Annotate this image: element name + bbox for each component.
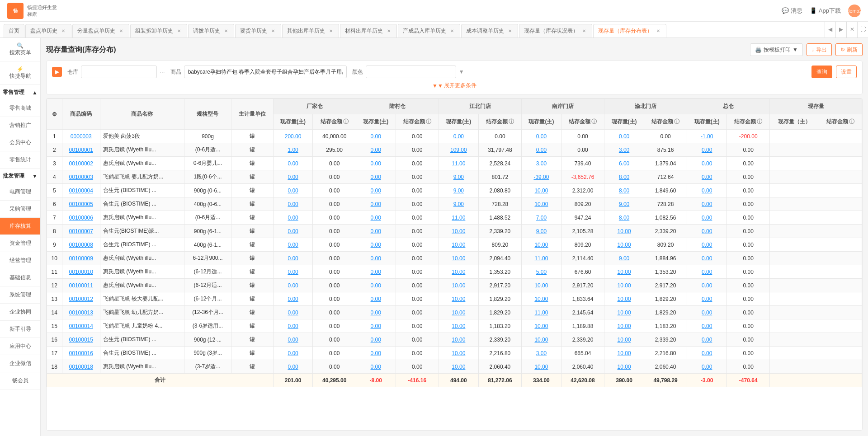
print-btn[interactable]: 🖨️ 按模板打印 ▼ — [750, 43, 803, 56]
cell-unit: 罐 — [231, 130, 273, 143]
cell-spec: (12-36个月... — [184, 306, 231, 319]
cell-jb-amt: 2,060.40 — [478, 360, 521, 374]
sidebar-search[interactable]: 🔍 搜索英单 — [0, 38, 40, 61]
query-btn[interactable]: 查询 — [811, 66, 832, 78]
expand-conditions-btn[interactable]: ▼▼ 展开更多条件 — [432, 82, 476, 89]
sidebar-member2[interactable]: 畅会员 — [0, 372, 40, 389]
color-dropdown-icon[interactable]: ▼ — [459, 69, 464, 75]
sidebar-ecommerce[interactable]: 电商管理 — [0, 183, 40, 201]
sidebar-marketing[interactable]: 营销推广 — [0, 117, 40, 134]
cell-code: 00100013 — [62, 306, 100, 319]
tab-close-bundle[interactable]: ✕ — [176, 28, 182, 34]
tab-close-dist-active[interactable]: ✕ — [655, 28, 661, 34]
tab-stock-dist[interactable]: 现存量（库存分布表） ✕ — [593, 24, 666, 38]
info-icon-l[interactable]: ⓘ — [426, 118, 431, 125]
tab-close-all-btn[interactable]: ✕ — [846, 22, 857, 38]
info-icon-yb[interactable]: ⓘ — [674, 118, 679, 125]
tab-close-req[interactable]: ✕ — [270, 28, 276, 34]
setting-btn[interactable]: 设置 — [836, 66, 857, 78]
tab-close-transfer[interactable]: ✕ — [223, 28, 229, 34]
cell-name: 合生元 (BIOSTIME) ... — [100, 238, 184, 252]
cell-code: 00100006 — [62, 211, 100, 225]
tab-prev-btn[interactable]: ◀ — [825, 22, 835, 38]
col-extra-amt: 结存金额ⓘ — [819, 114, 862, 130]
cell-no: 10 — [47, 252, 62, 265]
cell-yb-amt: 809.20 — [644, 238, 687, 252]
sidebar-basics[interactable]: 基础信息 — [0, 269, 40, 286]
table-row: 16 00100015 合生元 (BIOSTIME) ... 900g (12-… — [47, 333, 862, 347]
tab-bundle[interactable]: 组装拆卸单历史 ✕ — [130, 24, 187, 38]
sidebar-operations[interactable]: 经营管理 — [0, 252, 40, 269]
sidebar-retail-mgmt[interactable]: 零售管理 ▲ — [0, 85, 40, 100]
product-input[interactable] — [184, 66, 347, 78]
sidebar-nav[interactable]: ⚡ 快捷导航 — [0, 61, 40, 85]
table-row: 7 00100006 惠氏启赋 (Wyeth illu... (0-6月适...… — [47, 211, 862, 225]
refresh-btn[interactable]: ↻ 刷新 — [835, 43, 863, 56]
sidebar-system[interactable]: 系统管理 — [0, 286, 40, 304]
cell-no: 3 — [47, 157, 62, 170]
cell-na-qty: 10.00 — [522, 319, 561, 333]
gear-icon[interactable]: ⚙ — [52, 111, 57, 117]
tab-home[interactable]: 首页 — [4, 24, 24, 38]
table-container[interactable]: ⚙ 商品编码 商品名称 规格型号 主计量单位 厂家仓 陆村仓 江北门店 南岸门店… — [46, 98, 863, 431]
cell-t-amt: 0.00 — [727, 347, 770, 360]
cell-spec: (3-7岁适... — [184, 360, 231, 374]
info-icon-na[interactable]: ⓘ — [591, 118, 597, 125]
tab-close-product[interactable]: ✕ — [449, 28, 455, 34]
color-input[interactable] — [366, 66, 456, 78]
cell-na-amt: 0.00 — [561, 130, 604, 143]
cell-no: 12 — [47, 279, 62, 292]
sidebar-purchase[interactable]: 采购管理 — [0, 201, 40, 218]
page-title: 现存量查询(库存分布) — [46, 45, 116, 55]
tab-product-in[interactable]: 产成品入库单历史 ✕ — [398, 24, 460, 38]
sidebar-stock[interactable]: 库存核算 — [0, 218, 40, 235]
tab-inventory[interactable]: 盘点单历史 ✕ — [25, 24, 71, 38]
info-icon-f[interactable]: ⓘ — [343, 118, 349, 125]
sidebar-retail-stats[interactable]: 零售统计 — [0, 151, 40, 169]
user-avatar-btn[interactable]: demo2 — [848, 5, 861, 17]
cell-t-amt: 0.00 — [727, 306, 770, 319]
sidebar-wechat[interactable]: 企业微信 — [0, 355, 40, 372]
info-icon-jb[interactable]: ⓘ — [509, 118, 514, 125]
tab-close-material[interactable]: ✕ — [386, 28, 392, 34]
sidebar-finance[interactable]: 资金管理 — [0, 235, 40, 252]
warehouse-input[interactable] — [81, 66, 157, 78]
tab-close-inventory[interactable]: ✕ — [60, 28, 66, 34]
tab-transfer[interactable]: 调拨单历史 ✕ — [188, 24, 234, 38]
cell-na-qty: 3.00 — [522, 157, 561, 170]
tab-requisition[interactable]: 要货单历史 ✕ — [235, 24, 281, 38]
cell-jb-amt: 0.00 — [478, 130, 521, 143]
tab-next-btn[interactable]: ▶ — [835, 22, 846, 38]
tab-other-out[interactable]: 其他出库单历史 ✕ — [282, 24, 339, 38]
tab-stock-status[interactable]: 现存量（库存状况表） ✕ — [519, 24, 592, 38]
tab-dist-inventory[interactable]: 分量盘点单历史 ✕ — [72, 24, 129, 38]
cell-t-amt: 0.00 — [727, 197, 770, 211]
cell-t-amt: 0.00 — [727, 170, 770, 184]
sidebar-retail-store[interactable]: 零售商城 — [0, 100, 40, 117]
sidebar-member[interactable]: 会员中心 — [0, 134, 40, 151]
tab-material-out[interactable]: 材料出库单历史 ✕ — [340, 24, 397, 38]
tab-close-cost[interactable]: ✕ — [507, 28, 513, 34]
table-row: 18 00100018 惠氏启赋 (Wyeth illu... (3-7岁适..… — [47, 360, 862, 374]
warehouse-ellipsis[interactable]: ··· — [160, 68, 165, 75]
message-btn[interactable]: 💬 消息 — [782, 7, 802, 15]
cell-jb-qty: 10.00 — [439, 333, 478, 347]
tab-close-status[interactable]: ✕ — [581, 28, 587, 34]
sidebar-apps[interactable]: 应用中心 — [0, 338, 40, 355]
tab-close-other[interactable]: ✕ — [328, 28, 334, 34]
cell-extra-qty — [770, 238, 819, 252]
info-icon-extra[interactable]: ⓘ — [849, 118, 854, 125]
export-btn[interactable]: ↓ 导出 — [807, 43, 832, 56]
tab-cost-adj[interactable]: 成本调整单历史 ✕ — [461, 24, 518, 38]
filter-row: ▶ 仓库 ··· 商品 颜色 ▼ — [52, 66, 857, 78]
filter-toggle-btn[interactable]: ▶ — [52, 67, 62, 77]
col-f-amt: 结存金额ⓘ — [313, 114, 356, 130]
cell-jb-qty: 10.00 — [439, 252, 478, 265]
app-download-btn[interactable]: 📱 App下载 — [810, 7, 841, 15]
tab-expand-btn[interactable]: ⛶ — [857, 22, 868, 38]
sidebar-wholesale[interactable]: 批发管理 ▼ — [0, 169, 40, 183]
sidebar-guide[interactable]: 新手引导 — [0, 321, 40, 338]
tab-close-dist[interactable]: ✕ — [118, 28, 124, 34]
sidebar-collab[interactable]: 企业协同 — [0, 304, 40, 321]
info-icon-t[interactable]: ⓘ — [757, 118, 762, 125]
